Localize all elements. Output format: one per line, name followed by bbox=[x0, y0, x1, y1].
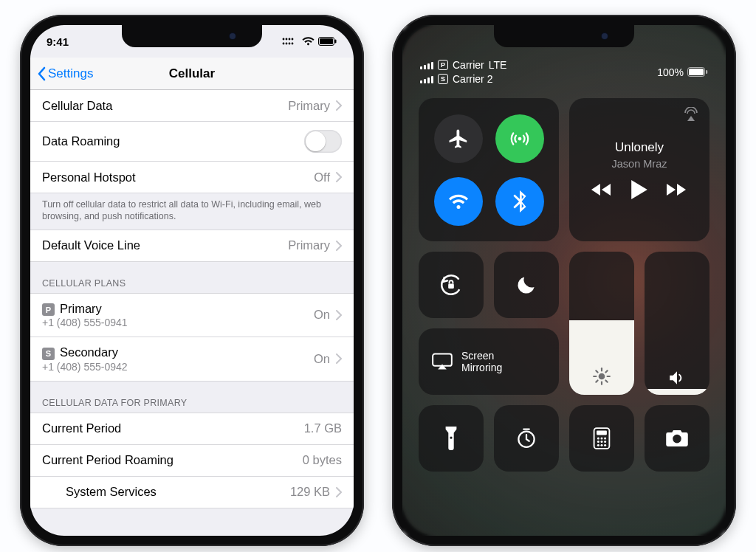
row-label: System Services bbox=[66, 485, 157, 499]
phone-frame-settings: 9:41 Settings Cellular bbox=[20, 15, 364, 546]
cc-grid: Unlonely Jason Mraz Screen Mirroring bbox=[402, 94, 726, 488]
row-value: 129 KB bbox=[290, 485, 330, 499]
chevron-left-icon bbox=[36, 66, 47, 81]
svg-rect-29 bbox=[597, 431, 607, 435]
back-button[interactable]: Settings bbox=[30, 66, 93, 81]
svg-point-26 bbox=[599, 373, 605, 380]
antenna-icon bbox=[509, 128, 531, 150]
music-tile[interactable]: Unlonely Jason Mraz bbox=[569, 98, 709, 241]
screen-mirroring-button[interactable]: Screen Mirroring bbox=[419, 328, 559, 395]
row-system-services[interactable]: System Services 129 KB bbox=[30, 476, 354, 508]
airplane-mode-toggle[interactable] bbox=[434, 114, 483, 163]
svg-rect-24 bbox=[448, 284, 454, 289]
next-track-button[interactable] bbox=[667, 182, 687, 197]
signal-bars-icon bbox=[420, 61, 433, 69]
back-label: Settings bbox=[48, 66, 93, 81]
row-current-period-roaming[interactable]: Current Period Roaming 0 bytes bbox=[30, 444, 354, 477]
row-value: Off bbox=[314, 170, 330, 184]
carrier-net: LTE bbox=[489, 59, 507, 71]
row-label: Data Roaming bbox=[42, 134, 120, 148]
svg-point-5 bbox=[286, 43, 288, 45]
volume-slider[interactable] bbox=[645, 252, 709, 395]
music-title: Unlonely bbox=[615, 140, 664, 155]
brightness-slider[interactable] bbox=[569, 252, 634, 395]
row-label: Personal Hotspot bbox=[42, 170, 136, 184]
svg-point-31 bbox=[601, 438, 603, 440]
phone-frame-control-center: P Carrier LTE S Carrier 2 100% bbox=[392, 15, 736, 546]
svg-rect-10 bbox=[335, 40, 337, 44]
connectivity-tile[interactable] bbox=[419, 98, 559, 241]
row-label: Current Period Roaming bbox=[42, 453, 173, 467]
plan-number: +1 (408) 555-0941 bbox=[42, 317, 128, 328]
wifi-icon bbox=[447, 190, 470, 213]
plan-badge-p: P bbox=[42, 303, 55, 316]
settings-list[interactable]: Cellular Data Primary Data Roaming Perso… bbox=[30, 89, 354, 508]
calculator-button[interactable] bbox=[569, 405, 634, 472]
bluetooth-toggle[interactable] bbox=[495, 177, 544, 226]
row-default-voice-line[interactable]: Default Voice Line Primary bbox=[30, 230, 354, 262]
status-time: 9:41 bbox=[47, 35, 69, 48]
row-label: Cellular Data bbox=[42, 99, 112, 113]
svg-rect-20 bbox=[689, 69, 704, 75]
battery-status: 100% bbox=[657, 59, 708, 85]
svg-point-1 bbox=[286, 38, 288, 41]
group-header: CELLULAR DATA FOR PRIMARY bbox=[30, 382, 354, 413]
svg-rect-18 bbox=[431, 76, 433, 83]
svg-point-6 bbox=[289, 43, 291, 45]
svg-rect-16 bbox=[424, 79, 426, 83]
row-label: Default Voice Line bbox=[42, 238, 140, 252]
svg-point-30 bbox=[597, 438, 599, 440]
calculator-icon bbox=[593, 427, 611, 449]
chevron-right-icon bbox=[336, 487, 342, 497]
svg-point-33 bbox=[597, 441, 599, 443]
airplay-icon[interactable] bbox=[683, 107, 699, 122]
row-current-period[interactable]: Current Period 1.7 GB bbox=[30, 413, 354, 445]
notch bbox=[122, 25, 262, 47]
do-not-disturb-toggle[interactable] bbox=[494, 252, 559, 318]
bluetooth-icon bbox=[510, 190, 529, 213]
chevron-right-icon bbox=[336, 172, 342, 182]
orientation-lock-toggle[interactable] bbox=[419, 252, 484, 318]
timer-button[interactable] bbox=[494, 405, 559, 472]
chevron-right-icon bbox=[336, 310, 342, 320]
camera-button[interactable] bbox=[645, 405, 709, 472]
play-button[interactable] bbox=[631, 180, 647, 199]
row-personal-hotspot[interactable]: Personal Hotspot Off bbox=[30, 161, 354, 193]
svg-point-4 bbox=[283, 43, 285, 45]
svg-point-38 bbox=[604, 444, 606, 446]
svg-point-2 bbox=[289, 38, 291, 41]
group-cellular-plans: CELLULAR PLANS PPrimary +1 (408) 555-094… bbox=[30, 262, 354, 382]
svg-rect-13 bbox=[427, 63, 430, 69]
carrier-badge-p: P bbox=[438, 60, 448, 70]
svg-point-37 bbox=[601, 444, 603, 446]
wifi-toggle[interactable] bbox=[434, 177, 483, 226]
row-cellular-data[interactable]: Cellular Data Primary bbox=[30, 89, 354, 122]
group-usage: CELLULAR DATA FOR PRIMARY Current Period… bbox=[30, 382, 354, 508]
prev-track-button[interactable] bbox=[591, 182, 612, 197]
volume-icon bbox=[645, 370, 709, 386]
group-voice-line: Default Voice Line Primary bbox=[30, 230, 354, 262]
row-value: Primary bbox=[288, 99, 330, 113]
screen-mirroring-icon bbox=[432, 353, 453, 370]
row-value: On bbox=[314, 308, 330, 322]
cellular-data-toggle[interactable] bbox=[495, 114, 544, 163]
row-plan-secondary[interactable]: SSecondary +1 (408) 555-0942 On bbox=[30, 337, 354, 382]
row-value: On bbox=[314, 352, 330, 366]
rotation-lock-icon bbox=[439, 272, 464, 297]
switch-off[interactable] bbox=[304, 130, 342, 153]
svg-rect-9 bbox=[320, 38, 333, 44]
carrier-name: Carrier 2 bbox=[453, 73, 492, 85]
chevron-right-icon bbox=[336, 353, 342, 364]
battery-icon bbox=[687, 67, 708, 77]
row-plan-primary[interactable]: PPrimary +1 (408) 555-0941 On bbox=[30, 293, 354, 338]
signal-bars-icon bbox=[420, 75, 433, 83]
nav-bar: Settings Cellular bbox=[30, 58, 354, 90]
svg-point-36 bbox=[597, 444, 599, 446]
svg-point-34 bbox=[601, 441, 603, 443]
svg-point-35 bbox=[604, 441, 606, 443]
carrier-line-2: S Carrier 2 bbox=[420, 73, 506, 85]
row-data-roaming[interactable]: Data Roaming bbox=[30, 121, 354, 162]
flashlight-button[interactable] bbox=[419, 405, 484, 472]
group-footer: Turn off cellular data to restrict all d… bbox=[30, 193, 354, 230]
chevron-right-icon bbox=[336, 241, 342, 251]
